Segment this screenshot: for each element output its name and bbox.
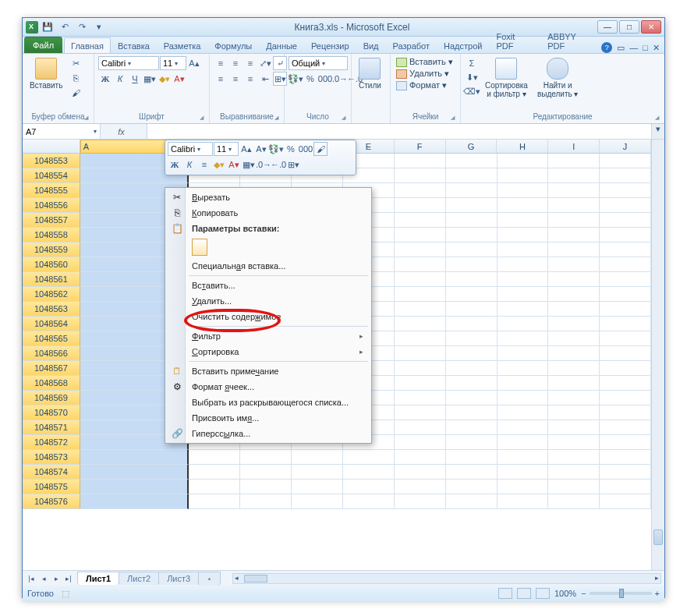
cell[interactable] <box>600 257 651 272</box>
cell[interactable] <box>395 213 446 228</box>
cell[interactable] <box>600 494 651 509</box>
cell[interactable] <box>446 480 498 494</box>
cell[interactable] <box>446 331 498 346</box>
cells-insert-button[interactable]: Вставить ▾ <box>395 56 455 68</box>
cell[interactable] <box>395 154 446 168</box>
fill-button[interactable]: ⬇▾ <box>465 70 479 84</box>
currency-icon[interactable]: 💱▾ <box>289 72 303 86</box>
bold-button[interactable]: Ж <box>98 72 112 86</box>
row-header[interactable]: 1048554 <box>23 168 80 183</box>
row-header[interactable]: 1048568 <box>23 376 80 391</box>
cell[interactable] <box>498 272 549 287</box>
cell[interactable] <box>600 391 651 405</box>
font-size-select[interactable]: 11▾ <box>160 56 186 70</box>
cell[interactable] <box>395 465 446 480</box>
align-bot-icon[interactable]: ≡ <box>243 56 257 70</box>
cell[interactable] <box>498 154 549 168</box>
cell[interactable] <box>395 435 446 450</box>
inc-decimal-icon[interactable]: .0→ <box>333 72 347 86</box>
ctx-sort[interactable]: Сортировка▸ <box>167 344 370 359</box>
cell[interactable] <box>446 213 498 228</box>
align-mid-icon[interactable]: ≡ <box>228 56 243 70</box>
tab-next[interactable]: ▸ <box>51 575 62 582</box>
maximize-button[interactable]: □ <box>619 20 639 34</box>
row-header[interactable]: 1048556 <box>23 198 80 213</box>
doc-minimize[interactable]: — <box>629 43 638 52</box>
cell[interactable] <box>548 450 600 465</box>
cell[interactable] <box>498 287 549 302</box>
column-header-I[interactable]: I <box>548 140 600 153</box>
cell[interactable] <box>548 317 600 331</box>
cell[interactable] <box>600 302 651 317</box>
cell[interactable] <box>600 198 651 213</box>
cell[interactable] <box>395 228 446 243</box>
clear-button[interactable]: ⌫▾ <box>465 84 479 98</box>
row-header[interactable]: 1048555 <box>23 183 80 198</box>
align-right-icon[interactable]: ≡ <box>243 72 257 86</box>
save-button[interactable]: 💾 <box>40 19 55 35</box>
mini-font-name[interactable]: Calibri▾ <box>168 142 213 156</box>
doc-close[interactable]: ✕ <box>653 43 660 53</box>
cell[interactable] <box>395 183 446 198</box>
cell[interactable] <box>446 183 498 198</box>
cell[interactable] <box>498 257 549 272</box>
mini-comma[interactable]: 000 <box>299 142 313 156</box>
cell[interactable] <box>240 465 292 480</box>
cell[interactable] <box>446 243 498 257</box>
undo-button[interactable]: ↶ <box>57 19 73 35</box>
cell[interactable] <box>395 494 446 509</box>
cell[interactable] <box>600 183 651 198</box>
row-header[interactable]: 1048562 <box>23 287 80 302</box>
tab-file[interactable]: Файл <box>24 37 62 53</box>
ctx-clear[interactable]: Очистить содержимое <box>167 309 370 324</box>
row-header[interactable]: 1048557 <box>23 213 80 228</box>
cell[interactable] <box>498 213 549 228</box>
view-pagebreak[interactable] <box>536 588 550 599</box>
ctx-delete[interactable]: Удалить... <box>167 293 370 309</box>
cell[interactable] <box>446 168 498 183</box>
mini-grow-font[interactable]: A▴ <box>239 142 253 156</box>
formula-input[interactable] <box>147 124 651 139</box>
sheet-tab-1[interactable]: Лист1 <box>77 572 119 585</box>
cell[interactable] <box>600 361 651 376</box>
cell[interactable] <box>498 480 549 494</box>
font-name-select[interactable]: Calibri▾ <box>98 56 159 70</box>
help-button[interactable]: ? <box>601 42 612 53</box>
mini-format-painter[interactable]: 🖌 <box>313 142 328 156</box>
cells-delete-button[interactable]: Удалить ▾ <box>395 68 455 80</box>
cell[interactable] <box>498 494 549 509</box>
cell[interactable] <box>446 346 498 361</box>
cell[interactable] <box>395 257 446 272</box>
ctx-insert[interactable]: Вставить... <box>167 278 370 293</box>
ctx-copy[interactable]: ⎘Копировать <box>167 205 370 221</box>
cell[interactable] <box>80 480 189 494</box>
cell[interactable] <box>498 243 549 257</box>
cell[interactable] <box>80 494 189 509</box>
cell[interactable] <box>446 287 498 302</box>
cell[interactable] <box>292 480 343 494</box>
column-header-J[interactable]: J <box>600 140 651 153</box>
cell[interactable] <box>548 331 600 346</box>
ctx-define-name[interactable]: Присвоить имя... <box>167 410 370 426</box>
cell[interactable] <box>395 287 446 302</box>
row-header[interactable]: 1048571 <box>23 420 80 435</box>
cell[interactable] <box>600 168 651 183</box>
cell[interactable] <box>446 257 498 272</box>
row-header[interactable]: 1048553 <box>23 154 80 168</box>
cell[interactable] <box>548 435 600 450</box>
row-header[interactable]: 1048575 <box>23 480 80 494</box>
mini-dec-dec[interactable]: ←.0 <box>271 158 285 172</box>
cut-icon[interactable]: ✂ <box>69 56 83 70</box>
view-normal[interactable] <box>498 588 512 599</box>
cell[interactable] <box>80 465 189 480</box>
mini-font-size[interactable]: 11▾ <box>214 142 239 156</box>
percent-icon[interactable]: % <box>303 72 317 86</box>
cell[interactable] <box>446 494 498 509</box>
cell[interactable] <box>600 317 651 331</box>
cell[interactable] <box>343 465 395 480</box>
paste-button[interactable]: Вставить <box>27 56 66 91</box>
cell[interactable] <box>548 287 600 302</box>
cell[interactable] <box>548 346 600 361</box>
zoom-slider[interactable] <box>590 592 652 595</box>
cell[interactable] <box>343 450 395 465</box>
